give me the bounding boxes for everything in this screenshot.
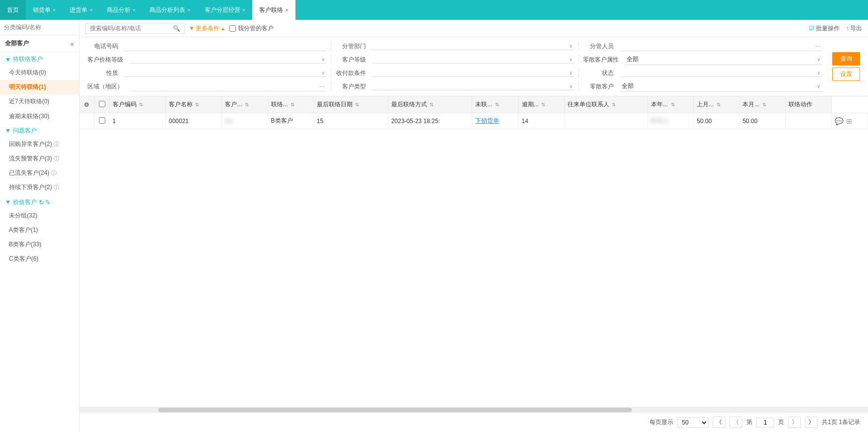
main-search-input[interactable] [90, 25, 173, 32]
close-sales-tab[interactable]: × [53, 7, 56, 13]
sidebar-all-customers[interactable]: 全部客户 « [0, 35, 79, 52]
per-page-label: 每页显示 [650, 418, 673, 427]
sidebar-item-tomorrow[interactable]: 明天待联络(1) [0, 80, 79, 94]
horizontal-scrollbar[interactable] [79, 407, 868, 412]
filter-phone-input[interactable] [124, 42, 327, 51]
col-unit-contact: 往来单位联系人 ⇅ [564, 96, 648, 113]
filter-retail-attr-select[interactable]: 全部∨ [625, 54, 822, 65]
row-last-contact-date: 2023-05-23 18:25: [388, 113, 472, 129]
page-input[interactable] [756, 418, 774, 428]
filter-nature-label: 性质 [87, 69, 122, 77]
sidebar-section-problem[interactable]: ▼ 问题客户 [0, 124, 79, 137]
batch-op-btn[interactable]: ☑ 批量操作 [809, 24, 840, 33]
row-select-checkbox[interactable] [99, 117, 105, 124]
filter-row-4: 区域（地区） ··· 客户类型 ∨ [87, 81, 822, 92]
sidebar-section-value[interactable]: ▼ 价值客户 ↻ ✎ [0, 195, 79, 209]
arrow-pending-icon: ▼ [5, 56, 11, 63]
export-btn[interactable]: ↑ 导出 [846, 24, 862, 33]
sort-uncontact-icon[interactable]: ⇅ [495, 102, 499, 107]
sidebar-item-today[interactable]: 今天待联络(0) [0, 66, 79, 80]
nav-goods-analysis-list[interactable]: 商品分析列表 × [143, 0, 197, 20]
close-goods-analysis-list-tab[interactable]: × [187, 7, 190, 13]
per-page-select[interactable]: 50 10 20 100 [677, 417, 709, 428]
filter-customer-level-select[interactable]: ∨ [372, 56, 575, 64]
sort-this-year-icon[interactable]: ⇅ [671, 102, 675, 107]
arrow-problem-icon: ▼ [5, 127, 11, 134]
comment-icon[interactable]: 💬 [835, 117, 843, 125]
sort-this-month-icon[interactable]: ⇅ [762, 102, 766, 107]
filter-right-actions: ☑ 批量操作 ↑ 导出 [809, 24, 862, 33]
sort-last-date-icon[interactable]: ⇅ [355, 102, 359, 107]
sidebar-item-churn-warning[interactable]: 流失预警客户(3) ⓘ [0, 151, 79, 166]
sort-last-month-icon[interactable]: ⇅ [717, 102, 721, 107]
col-this-month: 本月... ⇅ [739, 96, 785, 113]
gear-icon[interactable]: ⚙ [84, 101, 89, 108]
sidebar-item-declining[interactable]: 持续下滑客户(2) ⓘ [0, 180, 79, 195]
nav-goods-analysis[interactable]: 商品分析 × [100, 0, 143, 20]
sort-overdue-icon[interactable]: ⇅ [541, 102, 545, 107]
sort-code-icon[interactable]: ⇅ [139, 102, 143, 107]
row-actions: 💬 ⊞ [831, 113, 868, 129]
main-search-icon[interactable]: 🔍 [173, 25, 180, 32]
settings-button[interactable]: 设置 [832, 68, 860, 81]
sidebar-search-input[interactable] [4, 24, 78, 31]
select-all-checkbox[interactable] [99, 101, 105, 107]
col-contact-count: 联络... ⇅ [268, 96, 313, 113]
col-gear: ⚙ [79, 96, 94, 113]
filter-manager-select[interactable]: ··· [620, 42, 822, 51]
last-page-btn[interactable]: 》 [805, 417, 818, 428]
filter-customer-type-label: 客户类型 [335, 82, 370, 91]
col-last-contact-date: 最后联络日期 ⇅ [313, 96, 388, 113]
filter-price-level-select[interactable]: ∨ [129, 56, 327, 64]
nav-customer-contact[interactable]: 客户联络 × [252, 0, 295, 20]
sort-unit-contact-icon[interactable]: ⇅ [612, 102, 616, 107]
nav-customer-tier[interactable]: 客户分层经营 × [198, 0, 252, 20]
sidebar-item-7days[interactable]: 近7天待联络(0) [0, 94, 79, 109]
nav-sales[interactable]: 销货单 × [26, 0, 63, 20]
prev-page-btn[interactable]: 〈 [729, 417, 742, 428]
row-category: B类客户 [268, 113, 313, 129]
filter-bar: 🔍 ▼ 更多条件 ▲ 我分管的客户 ☑ 批量操作 ↑ 导出 [79, 20, 868, 37]
sidebar-item-c-class[interactable]: C类客户(6) [0, 252, 79, 266]
sidebar-section-pending[interactable]: ▼ 待联络客户 [0, 52, 79, 66]
filter-retail-select[interactable]: 全部∨ [620, 81, 822, 92]
col-name: 客户名称 ⇅ [165, 96, 221, 113]
grid-icon[interactable]: ⊞ [846, 117, 852, 125]
scrollbar-thumb[interactable] [158, 408, 632, 412]
close-goods-analysis-tab[interactable]: × [133, 7, 136, 13]
next-page-btn[interactable]: 〉 [788, 417, 801, 428]
sort-name-icon[interactable]: ⇅ [195, 102, 199, 107]
filter-status-select[interactable]: ∨ [620, 69, 822, 77]
sidebar: 🔍 全部客户 « ▼ 待联络客户 今天待联络(0) 明天待联络(1) 近7天待联… [0, 20, 79, 432]
filter-customer-type-select[interactable]: ∨ [372, 82, 575, 90]
close-purchase-tab[interactable]: × [89, 7, 92, 13]
sidebar-item-a-class[interactable]: A类客户(1) [0, 223, 79, 237]
nav-purchase[interactable]: 进货单 × [63, 0, 99, 20]
row-contact-count: 15 [313, 113, 388, 129]
filter-dept-label: 分管部门 [335, 42, 370, 51]
filter-nature-select[interactable]: ∨ [124, 69, 327, 77]
sidebar-item-repurchase-anomaly[interactable]: 回购异常客户(2) ⓘ [0, 137, 79, 151]
nav-home[interactable]: 首页 [0, 0, 26, 20]
sort-contact-count-icon[interactable]: ⇅ [290, 102, 294, 107]
sidebar-item-ungrouped[interactable]: 未分组(32) [0, 209, 79, 223]
close-customer-contact-tab[interactable]: × [285, 7, 288, 13]
collapse-sidebar-icon[interactable]: « [70, 40, 74, 48]
query-button[interactable]: 查询 [832, 52, 860, 66]
sidebar-item-b-class[interactable]: B类客户(33) [0, 237, 79, 252]
more-conditions-btn[interactable]: ▼ 更多条件 ▲ [189, 24, 225, 33]
sidebar-search-container: 🔍 [0, 20, 79, 35]
filter-payment: 收付款条件 ∨ [335, 69, 575, 77]
sidebar-item-overdue[interactable]: 逾期未联络(30) [0, 109, 79, 124]
sidebar-item-churned[interactable]: 已流失客户(24) ⓘ [0, 166, 79, 180]
col-checkbox [94, 96, 109, 113]
close-customer-tier-tab[interactable]: × [242, 7, 245, 13]
first-page-btn[interactable]: 《 [713, 417, 725, 428]
my-customers-checkbox[interactable]: 我分管的客户 [229, 24, 274, 33]
filter-region-select[interactable]: ··· [129, 82, 327, 91]
sort-category-icon[interactable]: ⇅ [245, 102, 249, 107]
filter-payment-select[interactable]: ∨ [372, 69, 575, 77]
my-customers-check[interactable] [229, 25, 236, 32]
sort-last-type-icon[interactable]: ⇅ [430, 102, 434, 107]
filter-dept-select[interactable]: ∨ [372, 42, 575, 50]
